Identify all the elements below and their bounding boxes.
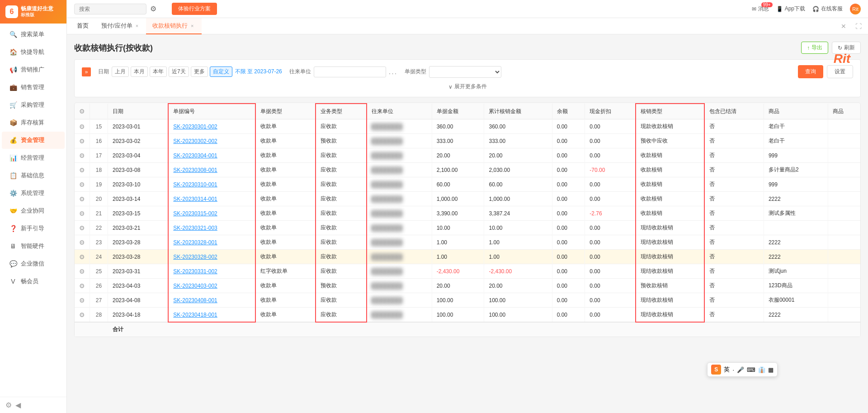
voucher-no-link[interactable]: SK-20230310-001 <box>173 181 217 188</box>
tab-close-btn[interactable]: ✕ <box>838 22 849 31</box>
setting-button[interactable]: 设置 <box>827 65 853 78</box>
tab-maximize-btn[interactable]: ⛶ <box>853 22 864 31</box>
row-gear-icon[interactable]: ⚙ <box>79 253 85 261</box>
ime-chinese-label[interactable]: 英 <box>724 366 730 374</box>
sidebar-item-purchase[interactable]: 🛒采购管理 <box>2 96 65 114</box>
tab-collection-close[interactable]: × <box>189 23 195 29</box>
row-gear-icon[interactable]: ⚙ <box>79 123 85 130</box>
voucher-no-link[interactable]: SK-20230328-001 <box>173 239 217 246</box>
td-goods2 <box>828 119 860 134</box>
voucher-no-link[interactable]: SK-20230403-002 <box>173 283 217 289</box>
ime-keyboard-icon[interactable]: ⌨ <box>747 366 755 373</box>
topbar-gear-icon[interactable]: ⚙ <box>150 5 156 13</box>
sidebar-item-finance[interactable]: 💰资金管理 <box>2 132 65 149</box>
td-writeoff-type: 收款核销 <box>636 163 704 177</box>
date-this-year-btn[interactable]: 本年 <box>150 66 167 77</box>
filter-partner-input[interactable] <box>314 66 386 77</box>
filter-dots[interactable]: ... <box>389 68 397 76</box>
th-cash-discount: 现金折扣 <box>585 104 636 119</box>
online-service-button[interactable]: 🎧 在线客服 <box>812 5 843 13</box>
voucher-no-link[interactable]: SK-20230302-002 <box>173 138 217 144</box>
sidebar-item-quicknav[interactable]: 🏠快捷导航 <box>2 43 65 61</box>
row-gear-icon[interactable]: ⚙ <box>79 210 85 217</box>
sidebar-item-search[interactable]: 🔍搜索菜单 <box>2 26 65 43</box>
app-download-button[interactable]: 📱 App下载 <box>776 5 805 13</box>
message-button[interactable]: ✉ 消息 99+ <box>752 5 769 13</box>
td-cash-discount: 0.00 <box>585 177 636 192</box>
sidebar-item-enterprise[interactable]: 🤝企业协同 <box>2 202 65 219</box>
tab-home[interactable]: 首页 <box>71 18 95 34</box>
table-row: ⚙ 19 2023-03-10 SK-20230310-001 收款单 应收款 … <box>75 177 860 192</box>
th-include-settled: 包含已结清 <box>704 104 764 119</box>
sidebar-collapse-icon[interactable]: ◀ <box>15 401 21 409</box>
filter-expand-button[interactable]: » <box>82 67 91 76</box>
td-amount: 1.00 <box>432 235 484 250</box>
topbar-search-input[interactable] <box>74 4 146 14</box>
voucher-no-link[interactable]: SK-20230304-001 <box>173 152 217 159</box>
row-gear-icon[interactable]: ⚙ <box>79 166 85 174</box>
sidebar-item-wechat[interactable]: 💬企业微信 <box>2 255 65 272</box>
date-7days-btn[interactable]: 近7天 <box>169 66 189 77</box>
voucher-no-link[interactable]: SK-20230328-002 <box>173 254 217 260</box>
td-writeoff-type: 收款核销 <box>636 192 704 206</box>
voucher-no-link[interactable]: SK-20230314-001 <box>173 196 217 202</box>
tab-prepay[interactable]: 预付/应付单 × <box>95 18 146 34</box>
date-more-btn[interactable]: 更多 <box>191 66 208 77</box>
tab-prepay-close[interactable]: × <box>134 23 140 29</box>
row-gear-icon[interactable]: ⚙ <box>79 282 85 290</box>
date-this-month-btn[interactable]: 本月 <box>131 66 148 77</box>
sidebar-item-hardware[interactable]: 🖥智能硬件 <box>2 237 65 255</box>
ime-theme-icon[interactable]: 👔 <box>758 366 765 373</box>
sidebar-item-basics[interactable]: 📋基础信息 <box>2 167 65 184</box>
table-gear-icon[interactable]: ⚙ <box>79 108 85 115</box>
date-last-month-btn[interactable]: 上月 <box>112 66 129 77</box>
user-avatar[interactable]: Rit <box>850 4 861 14</box>
sidebar-item-system[interactable]: ⚙️系统管理 <box>2 185 65 202</box>
row-gear-icon[interactable]: ⚙ <box>79 224 85 232</box>
sidebar-item-marketing[interactable]: 📢营销推广 <box>2 61 65 78</box>
td-goods2 <box>828 279 860 293</box>
voucher-no-link[interactable]: SK-20230315-002 <box>173 210 217 217</box>
sidebar-item-guide[interactable]: ❓新手引导 <box>2 220 65 237</box>
export-button[interactable]: ↑ 导出 <box>801 42 828 54</box>
td-partner: ████████ <box>367 279 432 293</box>
sidebar-label-enterprise: 企业协同 <box>21 207 44 215</box>
industry-solution-button[interactable]: 体验行业方案 <box>172 3 217 15</box>
td-gear: ⚙ <box>75 250 90 264</box>
sidebar-item-inventory[interactable]: 📦库存核算 <box>2 114 65 131</box>
ime-mic-icon[interactable]: 🎤 <box>737 366 744 373</box>
td-voucher-no: SK-20230321-003 <box>168 221 255 235</box>
query-button[interactable]: 查询 <box>798 65 823 78</box>
voucher-no-link[interactable]: SK-20230308-001 <box>173 167 217 173</box>
voucher-no-link[interactable]: SK-20230321-003 <box>173 225 217 231</box>
row-gear-icon[interactable]: ⚙ <box>79 138 85 145</box>
tab-collection[interactable]: 收款核销执行 × <box>146 18 201 34</box>
voucher-no-link[interactable]: SK-20230331-002 <box>173 268 217 275</box>
row-gear-icon[interactable]: ⚙ <box>79 297 85 304</box>
td-partner: ████████ <box>367 206 432 221</box>
td-index: 25 <box>90 264 108 279</box>
sidebar-item-operation[interactable]: 📊经营管理 <box>2 149 65 166</box>
row-gear-icon[interactable]: ⚙ <box>79 311 85 318</box>
row-gear-icon[interactable]: ⚙ <box>79 181 85 188</box>
td-goods2 <box>828 192 860 206</box>
sidebar-settings-icon[interactable]: ⚙ <box>5 401 12 409</box>
td-voucher-type: 收款单 <box>255 134 315 148</box>
td-cash-discount: 0.00 <box>585 134 636 148</box>
row-gear-icon[interactable]: ⚙ <box>79 239 85 246</box>
th-voucher-type: 单据类型 <box>255 104 315 119</box>
filter-voucher-type-select[interactable] <box>429 66 501 78</box>
row-gear-icon[interactable]: ⚙ <box>79 195 85 203</box>
sidebar: 6 畅康道好生意 标推版 🔍搜索菜单🏠快捷导航📢营销推广💼销售管理🛒采购管理📦库… <box>0 0 67 413</box>
table-row: ⚙ 17 2023-03-04 SK-20230304-001 收款单 应收款 … <box>75 148 860 163</box>
ime-grid-icon[interactable]: ▦ <box>768 366 774 373</box>
voucher-no-link[interactable]: SK-20230301-002 <box>173 123 217 130</box>
sidebar-item-sales[interactable]: 💼销售管理 <box>2 79 65 96</box>
row-gear-icon[interactable]: ⚙ <box>79 152 85 159</box>
voucher-no-link[interactable]: SK-20230408-001 <box>173 297 217 304</box>
row-gear-icon[interactable]: ⚙ <box>79 268 85 275</box>
sidebar-item-member[interactable]: V畅会员 <box>2 273 65 290</box>
date-custom-btn[interactable]: 自定义 <box>210 66 232 77</box>
voucher-no-link[interactable]: SK-20230418-001 <box>173 312 217 318</box>
expand-more-button[interactable]: ∨ 展开更多条件 <box>445 82 491 91</box>
